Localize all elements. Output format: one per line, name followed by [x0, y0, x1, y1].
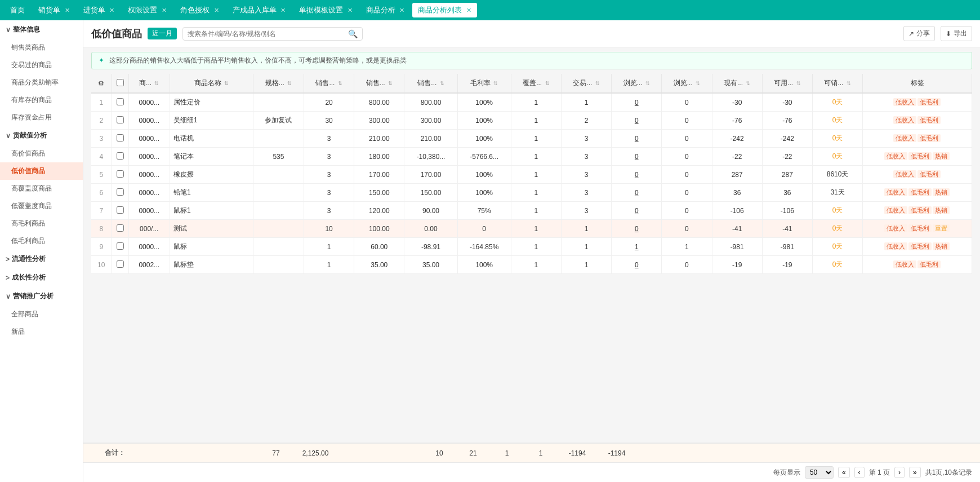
- cell-sale1: 3: [304, 148, 354, 166]
- sidebar-group-circulation[interactable]: > 流通性分析: [0, 250, 83, 268]
- sidebar-group-overall[interactable]: ∨ 整体信息: [0, 20, 83, 39]
- share-button[interactable]: ↗ 分享: [903, 26, 935, 41]
- nav-analysis-close[interactable]: ✕: [399, 7, 404, 14]
- row-checkbox[interactable]: [117, 152, 124, 160]
- sidebar-item-high-value[interactable]: 高价值商品: [0, 145, 83, 162]
- col-sale3[interactable]: 销售... ⇅: [404, 74, 457, 93]
- sidebar-item-low-margin[interactable]: 低毛利商品: [0, 232, 83, 250]
- nav-analysis[interactable]: 商品分析 ✕: [360, 3, 411, 17]
- cell-browse1[interactable]: 0: [612, 256, 662, 274]
- nav-analysis-list-close[interactable]: ✕: [466, 7, 471, 14]
- cell-available: -242: [762, 130, 812, 148]
- sidebar-item-stock-fund[interactable]: 库存资金占用: [0, 109, 83, 126]
- nav-permission[interactable]: 权限设置 ✕: [122, 3, 172, 17]
- row-checkbox[interactable]: [117, 98, 124, 105]
- row-checkbox[interactable]: [117, 224, 124, 232]
- sidebar-group-growth[interactable]: > 成长性分析: [0, 268, 83, 287]
- cell-checkbox[interactable]: [112, 112, 128, 130]
- sidebar-group-marketing[interactable]: ∨ 营销推广分析: [0, 287, 83, 306]
- cell-browse1[interactable]: 0: [612, 202, 662, 220]
- col-sale2[interactable]: 销售... ⇅: [354, 74, 404, 93]
- col-spec[interactable]: 规格... ⇅: [253, 74, 304, 93]
- nav-template-close[interactable]: ✕: [348, 7, 353, 14]
- sidebar-item-high-margin[interactable]: 高毛利商品: [0, 215, 83, 232]
- time-badge[interactable]: 近一月: [148, 28, 177, 39]
- nav-analysis-list[interactable]: 商品分析列表 ✕: [412, 3, 477, 17]
- sidebar-group-contribution[interactable]: ∨ 贡献值分析: [0, 126, 83, 145]
- col-gross[interactable]: 毛利率 ⇅: [457, 74, 511, 93]
- cell-checkbox[interactable]: [112, 202, 128, 220]
- first-page-btn[interactable]: «: [838, 467, 850, 478]
- cell-browse1[interactable]: 0: [612, 112, 662, 130]
- cell-browse1[interactable]: 1: [612, 238, 662, 256]
- next-page-btn[interactable]: ›: [894, 467, 905, 478]
- row-checkbox[interactable]: [117, 206, 124, 214]
- col-browse2[interactable]: 浏览... ⇅: [662, 74, 712, 93]
- sidebar-item-with-stock[interactable]: 有库存的商品: [0, 91, 83, 109]
- cell-sale3: 90.00: [404, 202, 457, 220]
- search-icon[interactable]: 🔍: [348, 29, 358, 38]
- sidebar-item-low-value[interactable]: 低价值商品: [0, 162, 83, 180]
- nav-role[interactable]: 角色授权 ✕: [175, 3, 225, 17]
- row-checkbox[interactable]: [117, 116, 124, 123]
- cell-checkbox[interactable]: [112, 256, 128, 274]
- last-page-btn[interactable]: »: [909, 467, 921, 478]
- cell-checkbox[interactable]: [112, 238, 128, 256]
- col-name[interactable]: 商品名称 ⇅: [170, 74, 253, 93]
- cell-browse2: 0: [662, 112, 712, 130]
- sidebar-item-traded[interactable]: 交易过的商品: [0, 56, 83, 74]
- cell-browse1[interactable]: 0: [612, 93, 662, 112]
- per-page-select[interactable]: 50 100: [805, 466, 834, 479]
- row-checkbox[interactable]: [117, 188, 124, 196]
- cell-checkbox[interactable]: [112, 130, 128, 148]
- col-available[interactable]: 可用... ⇅: [762, 74, 812, 93]
- col-checkbox[interactable]: [112, 74, 128, 93]
- search-input[interactable]: [188, 30, 345, 38]
- nav-product[interactable]: 产成品入库单 ✕: [227, 3, 292, 17]
- row-checkbox[interactable]: [117, 242, 124, 250]
- cell-checkbox[interactable]: [112, 148, 128, 166]
- nav-sales[interactable]: 销货单 ✕: [33, 3, 75, 17]
- cell-browse1[interactable]: 0: [612, 148, 662, 166]
- sort-icon-transaction: ⇅: [595, 81, 600, 86]
- nav-permission-close[interactable]: ✕: [162, 7, 167, 14]
- cell-checkbox[interactable]: [112, 184, 128, 202]
- sidebar-item-sales-products[interactable]: 销售类商品: [0, 39, 83, 56]
- cell-checkbox[interactable]: [112, 220, 128, 238]
- footer-spacer1: [132, 449, 169, 457]
- col-current[interactable]: 现有... ⇅: [712, 74, 762, 93]
- col-browse1[interactable]: 浏览... ⇅: [612, 74, 662, 93]
- export-button[interactable]: ⬇ 导出: [941, 26, 972, 41]
- table-container[interactable]: ⚙ 商... ⇅ 商品名称 ⇅ 规格... ⇅ 销售... ⇅ 销售... ⇅ …: [83, 69, 980, 443]
- nav-sales-close[interactable]: ✕: [65, 7, 70, 14]
- nav-home[interactable]: 首页: [5, 3, 30, 17]
- cell-browse1[interactable]: 0: [612, 220, 662, 238]
- sidebar-item-low-coverage[interactable]: 低覆盖度商品: [0, 197, 83, 215]
- col-settings[interactable]: ⚙: [91, 74, 112, 93]
- sidebar-item-all-products[interactable]: 全部商品: [0, 306, 83, 323]
- nav-role-close[interactable]: ✕: [214, 7, 219, 14]
- cell-browse1[interactable]: 0: [612, 184, 662, 202]
- nav-template[interactable]: 单据模板设置 ✕: [293, 3, 358, 17]
- nav-purchase[interactable]: 进货单 ✕: [78, 3, 121, 17]
- sort-icon-sale2: ⇅: [388, 81, 393, 86]
- col-code[interactable]: 商... ⇅: [128, 74, 170, 93]
- cell-browse1[interactable]: 0: [612, 166, 662, 184]
- row-checkbox[interactable]: [117, 170, 124, 178]
- sidebar-item-high-coverage[interactable]: 高覆盖度商品: [0, 180, 83, 197]
- nav-purchase-close[interactable]: ✕: [109, 7, 114, 14]
- col-sale1[interactable]: 销售... ⇅: [304, 74, 354, 93]
- prev-page-btn[interactable]: ‹: [854, 467, 865, 478]
- row-checkbox[interactable]: [117, 260, 124, 268]
- cell-browse1[interactable]: 0: [612, 130, 662, 148]
- nav-product-close[interactable]: ✕: [280, 7, 286, 14]
- cell-checkbox[interactable]: [112, 166, 128, 184]
- row-checkbox[interactable]: [117, 134, 124, 141]
- col-coverage[interactable]: 覆盖... ⇅: [511, 74, 561, 93]
- sidebar-item-category-rate[interactable]: 商品分类助销率: [0, 74, 83, 91]
- col-transaction[interactable]: 交易... ⇅: [561, 74, 611, 93]
- col-saleable[interactable]: 可销... ⇅: [812, 74, 862, 93]
- sidebar-item-new[interactable]: 新品: [0, 323, 83, 341]
- select-all-checkbox[interactable]: [117, 79, 124, 86]
- cell-checkbox[interactable]: [112, 93, 128, 112]
